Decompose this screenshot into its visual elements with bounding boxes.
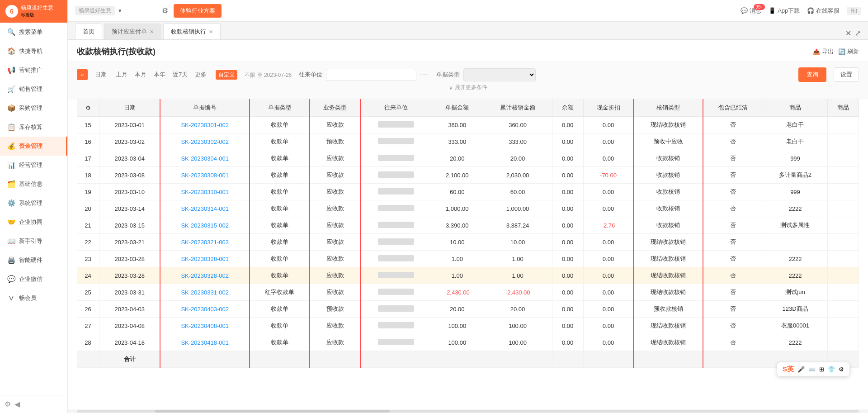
message-button[interactable]: 💬 消息 99+ — [741, 7, 761, 15]
dropdown-icon[interactable]: ▾ — [118, 7, 122, 14]
row-unit — [360, 167, 431, 184]
row-verify-type: 现结收款核销 — [633, 284, 703, 301]
date-option-近7天[interactable]: 近7天 — [171, 70, 189, 80]
bill-no-link[interactable]: SK-20230331-002 — [181, 289, 229, 296]
row-bill-no[interactable]: SK-20230301-002 — [160, 117, 250, 133]
date-option-本月[interactable]: 本月 — [133, 70, 148, 80]
sidebar-item-inventory[interactable]: 📋库存核算 — [0, 118, 67, 137]
bill-no-link[interactable]: SK-20230328-002 — [181, 272, 229, 279]
row-unit — [360, 200, 431, 217]
row-bill-no[interactable]: SK-20230310-001 — [160, 184, 250, 200]
sidebar-item-base[interactable]: 🗂️基础信息 — [0, 175, 67, 194]
row-bill-no[interactable]: SK-20230408-001 — [160, 318, 250, 334]
bill-no-link[interactable]: SK-20230304-001 — [181, 155, 229, 162]
tab-close-collection-verify[interactable]: ✕ — [209, 29, 213, 35]
tab-home[interactable]: 首页 — [75, 24, 102, 39]
row-date: 2023-03-21 — [99, 234, 160, 251]
tab-close-advance-pay[interactable]: ✕ — [150, 29, 154, 35]
sidebar-item-search[interactable]: 🔍搜索菜单 — [0, 23, 67, 42]
ime-brand-icon: S英 — [783, 365, 794, 374]
col-header-6: 单据金额 — [431, 99, 483, 117]
bill-no-link[interactable]: SK-20230314-001 — [181, 205, 229, 212]
row-goods2 — [827, 251, 859, 267]
bill-no-link[interactable]: SK-20230328-001 — [181, 256, 229, 262]
bill-no-link[interactable]: SK-20230403-002 — [181, 306, 229, 313]
app-download-button[interactable]: 📱 App下载 — [769, 7, 800, 15]
sidebar-item-operation[interactable]: 📊经营管理 — [0, 156, 67, 175]
settings-icon[interactable]: ⚙ — [5, 400, 11, 408]
sidebar-item-wechat[interactable]: 💬企业微信 — [0, 270, 67, 289]
filter-settings-button[interactable]: 设置 — [834, 67, 859, 82]
row-bill-no[interactable]: SK-20230328-001 — [160, 251, 250, 267]
refresh-button[interactable]: 🔄 刷新 — [838, 47, 859, 56]
ime-mic-icon[interactable]: 🎤 — [797, 366, 805, 373]
date-option-上月[interactable]: 上月 — [114, 70, 129, 80]
row-bill-no[interactable]: SK-20230331-002 — [160, 284, 250, 301]
row-bill-no[interactable]: SK-20230321-003 — [160, 234, 250, 251]
tab-maximize-icon[interactable]: ⤢ — [855, 29, 861, 38]
row-no: 27 — [77, 318, 99, 334]
bill-no-link[interactable]: SK-20230408-001 — [181, 323, 229, 329]
sidebar-item-finance[interactable]: 💰资金管理 — [0, 137, 67, 156]
horizontal-scrollbar[interactable] — [68, 409, 868, 413]
scrollbar-thumb[interactable] — [155, 410, 390, 413]
bill-type-select[interactable] — [463, 68, 536, 81]
tab-advance-pay[interactable]: 预计应应付单✕ — [104, 24, 161, 39]
row-bill-no[interactable]: SK-20230418-001 — [160, 334, 250, 351]
main-area: 畅康道好生意 ▾ ⚙ 体验行业方案 💬 消息 99+ 📱 App下载 🎧 在线客… — [68, 0, 868, 413]
sidebar-item-marketing[interactable]: 📢营销推广 — [0, 61, 67, 80]
unit-input[interactable] — [326, 69, 416, 81]
bill-no-link[interactable]: SK-20230418-001 — [181, 339, 229, 346]
custom-date-button[interactable]: 自定义 — [216, 70, 237, 80]
row-bill-no[interactable]: SK-20230403-002 — [160, 301, 250, 318]
row-bill-no[interactable]: SK-20230302-002 — [160, 133, 250, 150]
query-button[interactable]: 查询 — [798, 67, 826, 82]
row-verified-amount: 3,387.24 — [483, 217, 552, 234]
sidebar-item-purchase[interactable]: 📦采购管理 — [0, 99, 67, 118]
expand-more-button[interactable]: ∨ 展开更多条件 — [449, 84, 487, 91]
row-bill-no[interactable]: SK-20230328-002 — [160, 267, 250, 284]
row-goods: 测试jun — [763, 284, 827, 301]
ime-shirt-icon[interactable]: 👕 — [828, 366, 835, 373]
sidebar-item-guide[interactable]: 📖新手引导 — [0, 232, 67, 251]
col-settings-icon[interactable]: ⚙ — [85, 104, 91, 111]
table-row: 282023-04-18SK-20230418-001收款单应收款100.001… — [77, 334, 859, 351]
sidebar-item-member[interactable]: V畅会员 — [0, 289, 67, 308]
sidebar-item-enterprise[interactable]: 🤝企业协同 — [0, 213, 67, 232]
row-bill-no[interactable]: SK-20230308-001 — [160, 167, 250, 184]
date-option-更多[interactable]: 更多 — [193, 70, 208, 80]
message-count-badge: 99+ — [754, 4, 765, 10]
date-option-本年[interactable]: 本年 — [152, 70, 167, 80]
row-bill-type: 收款单 — [250, 150, 310, 167]
row-bill-no[interactable]: SK-20230314-001 — [160, 200, 250, 217]
solution-button[interactable]: 体验行业方案 — [174, 4, 222, 18]
row-cash-discount: 0.00 — [583, 200, 633, 217]
bill-no-link[interactable]: SK-20230321-003 — [181, 239, 229, 246]
bill-no-link[interactable]: SK-20230301-002 — [181, 122, 229, 128]
topbar-settings-icon[interactable]: ⚙ — [162, 6, 168, 15]
bill-no-link[interactable]: SK-20230315-002 — [181, 222, 229, 229]
row-cash-discount: 0.00 — [583, 117, 633, 133]
row-unit — [360, 301, 431, 318]
collapse-icon[interactable]: ◀ — [14, 400, 20, 408]
filter-toggle-button[interactable]: » — [77, 69, 88, 80]
sidebar-item-sales[interactable]: 🛒销售管理 — [0, 80, 67, 99]
user-info[interactable]: Rit — [847, 7, 861, 15]
sidebar-item-quick-nav[interactable]: 🏠快捷导航 — [0, 42, 67, 61]
online-service-button[interactable]: 🎧 在线客服 — [807, 7, 840, 15]
bill-no-link[interactable]: SK-20230310-001 — [181, 189, 229, 195]
tab-collection-verify[interactable]: 收款核销执行✕ — [163, 24, 221, 39]
row-bill-no[interactable]: SK-20230304-001 — [160, 150, 250, 167]
ime-keyboard-icon[interactable]: ⌨️ — [808, 366, 816, 373]
ime-more-icon[interactable]: ⚙ — [839, 366, 844, 373]
export-button[interactable]: 📤 导出 — [813, 47, 834, 56]
row-bill-no[interactable]: SK-20230315-002 — [160, 217, 250, 234]
sidebar-item-system[interactable]: ⚙️系统管理 — [0, 194, 67, 213]
bill-no-link[interactable]: SK-20230308-001 — [181, 172, 229, 179]
sidebar-item-hardware[interactable]: 🖨️智能硬件 — [0, 251, 67, 270]
row-date: 2023-03-10 — [99, 184, 160, 200]
sidebar-logo: 6 畅康道好生意 标推版 — [0, 0, 67, 23]
ime-grid-icon[interactable]: ⊞ — [819, 366, 824, 373]
bill-no-link[interactable]: SK-20230302-002 — [181, 138, 229, 145]
tab-close-all-icon[interactable]: ✕ — [845, 29, 851, 38]
